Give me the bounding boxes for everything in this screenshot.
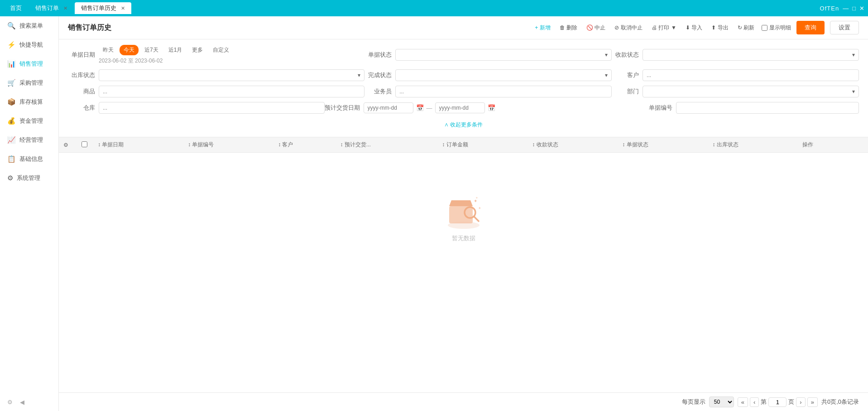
sidebar-item-search-menu[interactable]: 🔍 搜索菜单 [0, 16, 58, 35]
salesman-input[interactable] [395, 86, 612, 97]
dept-label: 部门 [612, 87, 639, 96]
tab-sales-order[interactable]: 销售订单 ✕ [29, 2, 74, 14]
col-customer[interactable]: ↕ 客户 [273, 137, 336, 153]
next-page-btn[interactable]: › [796, 397, 805, 407]
new-button[interactable]: + 新增 [533, 23, 552, 33]
sidebar-item-finance[interactable]: 💰 资金管理 [0, 111, 58, 131]
delivery-date-start-calendar[interactable]: 📅 [416, 104, 424, 111]
sidebar-item-purchase[interactable]: 🛒 采购管理 [0, 73, 58, 92]
sidebar-item-basic[interactable]: 📋 基础信息 [0, 150, 58, 169]
page-input[interactable] [768, 397, 786, 407]
bill-no-label: 单据编号 [645, 104, 672, 112]
sidebar-item-label: 经营管理 [19, 136, 43, 144]
refresh-button[interactable]: ↻ 刷新 [736, 23, 756, 33]
data-table: ⚙ ↕ 单据日期 ↕ 单据编号 ↕ 客户 ↕ 预计交货... ↕ 订单金额 ↕ … [59, 137, 868, 153]
filter-row-4: 仓库 预计交货日期 📅 — 📅 [68, 102, 859, 114]
customer-input[interactable] [643, 69, 859, 81]
date-tag-1month[interactable]: 近1月 [164, 45, 187, 55]
sidebar-item-sales[interactable]: 📊 销售管理 [0, 54, 58, 73]
sidebar-item-system[interactable]: ⚙ 系统管理 [0, 169, 58, 188]
sidebar-item-label: 系统管理 [17, 174, 40, 182]
col-bill-status[interactable]: ↕ 单据状态 [618, 137, 708, 153]
salesman-control [395, 86, 612, 97]
page-header: 销售订单历史 + 新增 🗑 删除 🚫 中止 ⊘ 取消中止 🖨 打印 ▼ ⬇ 导入… [59, 16, 868, 39]
filter-date: 单据日期 昨天 今天 近7天 近1月 更多 自定义 2023-06-02 [68, 45, 364, 65]
table-settings-header[interactable]: ⚙ [59, 137, 77, 153]
date-tag-yesterday[interactable]: 昨天 [99, 45, 118, 55]
bottom-settings-icon[interactable]: ⚙ [7, 399, 13, 406]
date-tag-more[interactable]: 更多 [188, 45, 207, 55]
system-icon: ⚙ [7, 174, 13, 182]
col-date[interactable]: ↕ 单据日期 [93, 137, 183, 153]
col-delivery[interactable]: ↕ 预计交货... [336, 137, 437, 153]
tab-sales-order-history-close[interactable]: ✕ [121, 5, 125, 11]
col-customer-label: ↕ 客户 [278, 141, 293, 148]
sidebar-item-label: 库存核算 [19, 98, 43, 106]
receipt-status-select[interactable]: ▾ [643, 49, 859, 61]
tab-bar: 首页 销售订单 ✕ 销售订单历史 ✕ [4, 2, 131, 14]
bill-status-select[interactable]: ▾ [395, 49, 612, 61]
operation-icon: 📈 [7, 136, 16, 144]
collapse-icon[interactable]: ◀ [20, 399, 24, 406]
window-max-btn[interactable]: □ [852, 5, 856, 12]
settings-button[interactable]: 设置 [830, 21, 859, 34]
delivery-date-end-calendar[interactable]: 📅 [488, 104, 495, 111]
filter-out-status: 出库状态 ▾ [68, 69, 364, 81]
tab-home[interactable]: 首页 [4, 2, 28, 14]
date-control: 昨天 今天 近7天 近1月 更多 自定义 2023-06-02 至 2023-0… [99, 45, 364, 65]
page-size-select[interactable]: 50 10 20 100 [709, 396, 734, 407]
export-button[interactable]: ⬆ 导出 [710, 23, 730, 33]
window-close-btn[interactable]: ✕ [859, 5, 864, 12]
out-status-select[interactable]: ▾ [99, 69, 364, 81]
sidebar-item-inventory[interactable]: 📦 库存核算 [0, 92, 58, 111]
date-tag-custom[interactable]: 自定义 [209, 45, 233, 55]
sidebar-item-quick-nav[interactable]: ⚡ 快捷导航 [0, 35, 58, 54]
date-range-end: 2023-06-02 [135, 58, 163, 64]
tab-sales-order-history[interactable]: 销售订单历史 ✕ [75, 2, 131, 14]
print-button[interactable]: 🖨 打印 ▼ [650, 23, 678, 33]
col-receipt-status[interactable]: ↕ 收款状态 [528, 137, 618, 153]
filter-dept: 部门 ▾ [612, 86, 859, 97]
col-bill-status-label: ↕ 单据状态 [622, 141, 648, 148]
delivery-date-start-input[interactable] [364, 102, 413, 113]
import-button[interactable]: ⬇ 导入 [684, 23, 704, 33]
bill-no-input[interactable] [676, 102, 859, 114]
delivery-date-label: 预计交货日期 [325, 104, 360, 112]
delete-button[interactable]: 🗑 删除 [558, 23, 579, 33]
sidebar-item-label: 资金管理 [19, 117, 43, 125]
prev-page-btn[interactable]: ‹ [750, 397, 759, 407]
query-button[interactable]: 查询 [796, 21, 825, 34]
sales-icon: 📊 [7, 60, 16, 68]
delivery-date-end-input[interactable] [435, 102, 485, 113]
purchase-icon: 🛒 [7, 79, 16, 87]
table-checkbox-header[interactable] [77, 137, 93, 153]
warehouse-input[interactable] [99, 102, 325, 114]
show-detail-checkbox[interactable]: 显示明细 [762, 24, 791, 32]
goods-input[interactable] [99, 86, 364, 97]
tab-sales-order-close[interactable]: ✕ [63, 5, 67, 11]
collapse-conditions[interactable]: ∧ 收起更多条件 [68, 118, 859, 131]
last-page-btn[interactable]: » [807, 397, 818, 407]
sidebar-item-label: 快捷导航 [19, 41, 43, 49]
col-action: 操作 [798, 137, 868, 153]
first-page-btn[interactable]: « [738, 397, 748, 407]
date-tag-today[interactable]: 今天 [120, 45, 139, 55]
select-all-checkbox[interactable] [82, 141, 87, 147]
col-amount[interactable]: ↕ 订单金额 [437, 137, 528, 153]
complete-status-select[interactable]: ▾ [395, 69, 612, 81]
col-out-status[interactable]: ↕ 出库状态 [708, 137, 798, 153]
receipt-status-label: 收款状态 [612, 51, 639, 59]
complete-status-label: 完成状态 [364, 71, 392, 79]
stop-button[interactable]: 🚫 中止 [585, 23, 607, 33]
dept-select[interactable]: ▾ [643, 86, 859, 97]
col-bill-no[interactable]: ↕ 单据编号 [183, 137, 273, 153]
date-tag-7days[interactable]: 近7天 [140, 45, 163, 55]
cancel-stop-button[interactable]: ⊘ 取消中止 [613, 23, 644, 33]
show-detail-input[interactable] [762, 25, 767, 31]
dept-arrow: ▾ [852, 88, 855, 95]
svg-rect-1 [449, 206, 473, 223]
filter-salesman: 业务员 [364, 86, 612, 97]
warehouse-control [99, 102, 325, 114]
sidebar-item-operation[interactable]: 📈 经营管理 [0, 131, 58, 150]
window-min-btn[interactable]: — [843, 5, 849, 12]
